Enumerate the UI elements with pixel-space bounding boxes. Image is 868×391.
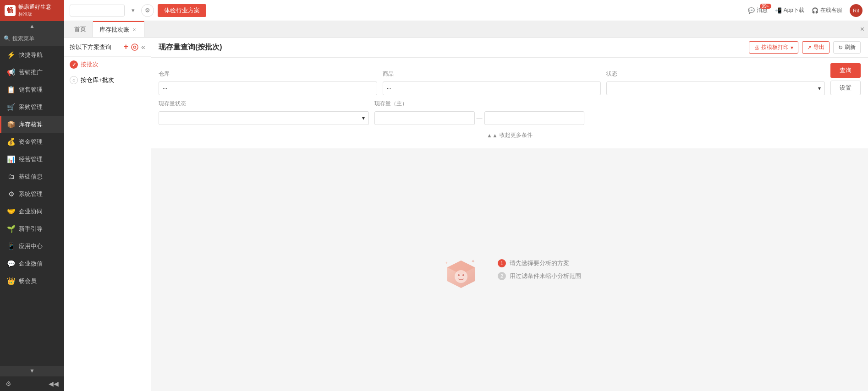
collapse-label: 收起更多条件 <box>500 131 533 139</box>
left-panel-header: 按以下方案查询 + « <box>64 38 151 57</box>
filter-stock-main-field: 现存量（主） — <box>374 100 585 125</box>
filter-settings-btn[interactable]: 设置 <box>830 81 861 95</box>
filter-warehouse-field: 仓库 ··· <box>159 70 377 95</box>
print-dropdown-icon: ▾ <box>791 44 793 51</box>
sidebar-footer: ⚙ ◀◀ <box>0 376 64 391</box>
apps-icon: 📱 <box>7 242 15 250</box>
sidebar-item-label: 营销推广 <box>19 68 43 76</box>
brand-logo: 畅 <box>5 5 16 16</box>
warehouse-dots: ··· <box>163 85 167 92</box>
svg-point-5 <box>458 274 460 276</box>
svg-point-6 <box>462 274 464 276</box>
query-btn[interactable]: 查询 <box>830 63 861 78</box>
right-panel: 现存量查询(按批次) 🖨 按模板打印 ▾ ↗ 导出 ↻ 刷新 <box>151 38 868 391</box>
sidebar-item-finance[interactable]: 💰 资金管理 <box>0 133 64 151</box>
sidebar-item-label: 新手引导 <box>19 225 43 233</box>
warehouse-input[interactable]: ··· <box>159 81 377 95</box>
tip1-text: 请先选择要分析的方案 <box>510 259 569 267</box>
svg-text:✦: ✦ <box>471 259 475 264</box>
stock-status-label: 现存量状态 <box>159 100 369 108</box>
status-arrow: ▾ <box>818 85 821 92</box>
tab-inventory-batch[interactable]: 库存批次账 × <box>93 21 144 37</box>
stock-main-from[interactable] <box>374 111 475 125</box>
members-icon: 👑 <box>7 277 15 285</box>
sidebar-item-quick-nav[interactable]: ⚡ 快捷导航 <box>0 46 64 64</box>
sidebar-item-guide[interactable]: 🌱 新手引导 <box>0 220 64 238</box>
wechat-icon: 💬 <box>7 260 15 268</box>
export-btn[interactable]: ↗ 导出 <box>802 41 830 54</box>
page-header-actions: 🖨 按模板打印 ▾ ↗ 导出 ↻ 刷新 <box>749 41 861 54</box>
online-service-btn[interactable]: 🎧 在线客服 <box>812 6 842 14</box>
tab-home[interactable]: 首页 <box>68 21 93 37</box>
sidebar: 畅 畅康通好生意 标准版 ▲ 🔍 搜索菜单 ⚡ 快捷导航 📢 营销推广 📋 销售… <box>0 0 64 391</box>
stock-main-to[interactable] <box>484 111 585 125</box>
stock-main-label: 现存量（主） <box>374 100 585 108</box>
system-icon: ⚙ <box>7 190 15 198</box>
sidebar-item-label: 企业协同 <box>19 207 43 216</box>
sidebar-item-label: 采购管理 <box>19 103 43 111</box>
sidebar-item-basics[interactable]: 🗂 基础信息 <box>0 168 64 185</box>
status-label: 状态 <box>606 70 825 78</box>
marketing-icon: 📢 <box>7 68 15 76</box>
sidebar-item-label: 基础信息 <box>19 173 43 181</box>
left-panel-actions: + « <box>124 42 145 52</box>
sidebar-item-wechat[interactable]: 💬 企业微信 <box>0 255 64 272</box>
sidebar-scroll-down[interactable]: ▼ <box>0 366 64 376</box>
print-template-btn[interactable]: 🖨 按模板打印 ▾ <box>749 41 798 54</box>
left-panel-settings-btn[interactable] <box>131 42 138 52</box>
print-icon: 🖨 <box>754 44 759 51</box>
app-download-btn[interactable]: 📲 App下载 <box>775 6 804 14</box>
tip2-text: 用过滤条件来缩小分析范围 <box>510 272 581 280</box>
left-panel-title: 按以下方案查询 <box>70 43 111 51</box>
message-icon: 💬 <box>748 7 755 14</box>
sidebar-item-purchase[interactable]: 🛒 采购管理 <box>0 98 64 116</box>
sidebar-item-enterprise[interactable]: 🤝 企业协同 <box>0 203 64 220</box>
main-area: ▾ ⚙ 体验行业方案 💬 消息 99+ 📲 App下载 🎧 在线客服 Rit <box>64 0 868 391</box>
user-profile-btn[interactable]: Rit <box>850 4 863 17</box>
sidebar-scroll-up[interactable]: ▲ <box>0 21 64 31</box>
stock-main-range: — <box>374 111 585 125</box>
operations-icon: 📊 <box>7 155 15 163</box>
experience-btn[interactable]: 体验行业方案 <box>158 4 206 17</box>
left-panel-add-btn[interactable]: + <box>124 42 129 52</box>
purchase-icon: 🛒 <box>7 103 15 111</box>
messages-btn[interactable]: 💬 消息 99+ <box>748 6 768 14</box>
sidebar-item-marketing[interactable]: 📢 营销推广 <box>0 64 64 81</box>
topbar-settings-btn[interactable]: ⚙ <box>141 4 154 17</box>
sidebar-search[interactable]: 🔍 搜索菜单 <box>0 31 64 46</box>
scheme-by-warehouse-batch[interactable]: ○ 按仓库+批次 <box>64 72 151 88</box>
tabbar: 首页 库存批次账 × × <box>64 21 868 38</box>
tabbar-close-all-btn[interactable]: × <box>860 25 864 33</box>
empty-tips: 1 请先选择要分析的方案 2 用过滤条件来缩小分析范围 <box>498 259 581 280</box>
tab-batch-label: 库存批次账 <box>99 26 129 34</box>
scheme-gray-icon: ○ <box>70 76 78 84</box>
product-label: 商品 <box>383 70 601 78</box>
sidebar-item-apps[interactable]: 📱 应用中心 <box>0 238 64 255</box>
left-panel-collapse-btn[interactable]: « <box>141 42 145 52</box>
sidebar-collapse-btn[interactable]: ◀◀ <box>49 380 59 387</box>
topbar-search-input[interactable] <box>70 5 125 16</box>
brand-subtitle: 标准版 <box>18 11 51 17</box>
sidebar-item-label: 库存核算 <box>19 120 43 129</box>
refresh-icon: ↻ <box>838 44 843 51</box>
product-dots: ··· <box>387 85 391 92</box>
stock-status-select[interactable]: ▾ <box>159 111 369 125</box>
status-select[interactable]: ▾ <box>606 81 825 95</box>
refresh-btn[interactable]: ↻ 刷新 <box>833 41 861 54</box>
export-label: 导出 <box>813 43 824 51</box>
sidebar-item-operations[interactable]: 📊 经营管理 <box>0 151 64 168</box>
search-label: 搜索菜单 <box>12 35 34 43</box>
product-input[interactable]: ··· <box>383 81 601 95</box>
tab-close-btn[interactable]: × <box>131 27 137 33</box>
filter-status-field: 状态 ▾ <box>606 70 825 95</box>
sidebar-item-inventory[interactable]: 📦 库存核算 <box>0 116 64 133</box>
sidebar-item-system[interactable]: ⚙ 系统管理 <box>0 185 64 203</box>
scheme-by-batch[interactable]: ✓ 按批次 <box>64 57 151 72</box>
sidebar-settings-btn[interactable]: ⚙ <box>5 380 11 387</box>
left-panel: 按以下方案查询 + « ✓ 按批次 ○ 按仓库+ <box>64 38 151 391</box>
sidebar-item-sales[interactable]: 📋 销售管理 <box>0 81 64 98</box>
sidebar-item-members[interactable]: 👑 畅会员 <box>0 272 64 290</box>
topbar-dropdown-btn[interactable]: ▾ <box>128 6 137 15</box>
empty-state: ✦ ✦ 1 请先选择要分析的方案 2 用过滤条件来缩小分析范围 <box>151 148 868 391</box>
collapse-btn[interactable]: ▲▲ 收起更多条件 <box>487 131 533 139</box>
